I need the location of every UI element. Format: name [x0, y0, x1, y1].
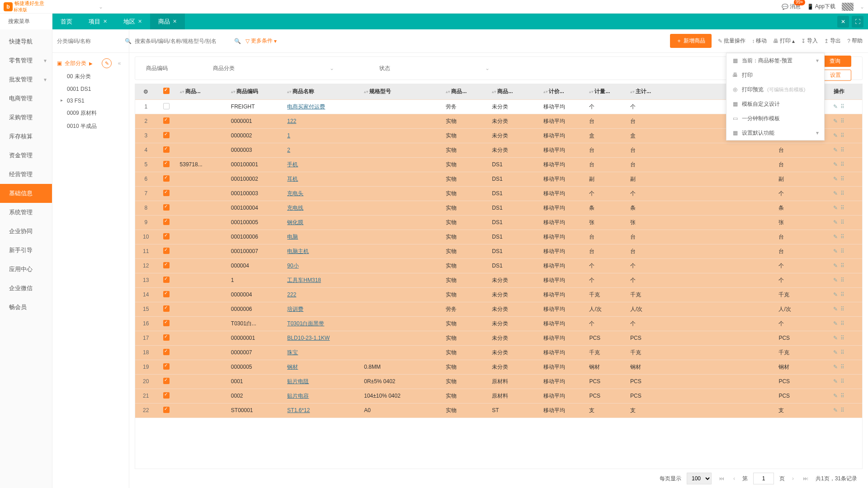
table-row[interactable]: 150000006培训费劳务未分类移动平均人/次人/次人/次✎⠿: [135, 302, 862, 316]
table-row[interactable]: 180000007珠宝实物未分类移动平均千克千克千克✎⠿: [135, 345, 862, 360]
row-checkbox[interactable]: [157, 186, 176, 201]
row-checkbox[interactable]: [157, 374, 176, 389]
cell-name[interactable]: 2: [283, 143, 360, 157]
more-icon[interactable]: ⠿: [840, 291, 844, 298]
cell-name[interactable]: 电商买家付运费: [283, 99, 360, 114]
more-icon[interactable]: ⠿: [840, 205, 844, 211]
print-menu-item[interactable]: ▭一分钟制作模板: [726, 111, 824, 126]
edit-icon[interactable]: ✎: [833, 248, 838, 254]
table-row[interactable]: 11000100007电脑主机实物DS1移动平均台台台✎⠿: [135, 244, 862, 258]
row-checkbox[interactable]: [157, 287, 176, 302]
edit-icon[interactable]: ✎: [833, 161, 838, 168]
row-checkbox[interactable]: [157, 360, 176, 374]
more-icon[interactable]: ⠿: [840, 263, 844, 269]
row-checkbox[interactable]: [157, 258, 176, 273]
edit-icon[interactable]: ✎: [833, 132, 838, 139]
batch-ops-link[interactable]: ✎批量操作: [718, 37, 745, 45]
tab-地区[interactable]: 地区✕: [115, 14, 150, 29]
more-icon[interactable]: ⠿: [840, 132, 844, 139]
pager-next-button[interactable]: ›: [790, 475, 796, 482]
col-type[interactable]: ▴▾商品...: [442, 84, 488, 99]
cell-name[interactable]: ST1.6*12: [283, 403, 360, 418]
tree-node[interactable]: 0009 原材料: [52, 107, 129, 120]
print-menu-item[interactable]: 🖶打印: [726, 68, 824, 82]
edit-icon[interactable]: ✎: [833, 205, 838, 211]
app-download-link[interactable]: 📱 App下载: [807, 3, 835, 10]
more-icon[interactable]: ⠿: [840, 234, 844, 240]
table-row[interactable]: 9000100005钢化膜实物DS1移动平均张张张✎⠿: [135, 215, 862, 230]
more-icon[interactable]: ⠿: [840, 219, 844, 225]
avatar[interactable]: [842, 3, 854, 11]
nav-畅会员[interactable]: 畅会员: [0, 298, 52, 317]
filter-category-select[interactable]: ⌄: [248, 65, 334, 72]
table-row[interactable]: 1200000490小实物DS1移动平均个个个✎⠿: [135, 258, 862, 273]
table-row[interactable]: 140000004222实物未分类移动平均千克千克千克✎⠿: [135, 287, 862, 302]
pager-last-button[interactable]: ⏭: [801, 475, 810, 482]
grid-search-input[interactable]: [135, 38, 230, 44]
row-checkbox[interactable]: [157, 273, 176, 287]
move-link[interactable]: ↕移动: [752, 37, 767, 45]
col-check-all[interactable]: [157, 84, 176, 99]
print-menu-item[interactable]: ▦模板自定义设计: [726, 97, 824, 111]
pager-page-input[interactable]: [753, 473, 774, 484]
nav-企业协同[interactable]: 企业协同: [0, 222, 52, 241]
edit-icon[interactable]: ✎: [833, 306, 838, 312]
more-icon[interactable]: ⠿: [840, 190, 844, 197]
cell-name[interactable]: 充电头: [283, 186, 360, 201]
edit-icon[interactable]: ✎: [833, 407, 838, 413]
tree-root-label[interactable]: 全部分类: [65, 60, 86, 67]
more-icon[interactable]: ⠿: [840, 320, 844, 327]
nav-零售管理[interactable]: 零售管理▼: [0, 51, 52, 70]
edit-icon[interactable]: ✎: [833, 291, 838, 298]
col-pricing[interactable]: ▴▾计价...: [540, 84, 586, 99]
cell-name[interactable]: 电脑主机: [283, 244, 360, 258]
tree-node[interactable]: 0001 DS1: [52, 83, 129, 95]
cell-name[interactable]: 电脑: [283, 230, 360, 244]
cell-name[interactable]: 培训费: [283, 302, 360, 316]
col-barcode[interactable]: ▴▾商品...: [176, 84, 227, 99]
table-row[interactable]: 1700000001BLD10-23-1.1KW实物未分类移动平均PCSPCSP…: [135, 331, 862, 345]
export-link[interactable]: ↥导出: [824, 37, 841, 45]
more-icon[interactable]: ⠿: [840, 306, 844, 312]
collapse-tree-button[interactable]: «: [114, 58, 124, 68]
cell-name[interactable]: 耳机: [283, 172, 360, 186]
nav-电商管理[interactable]: 电商管理: [0, 89, 52, 108]
help-link[interactable]: ?帮助: [847, 37, 863, 45]
row-checkbox[interactable]: [157, 389, 176, 403]
cell-name[interactable]: 贴片电容: [283, 389, 360, 403]
edit-icon[interactable]: ✎: [833, 335, 838, 341]
cell-name[interactable]: 珠宝: [283, 345, 360, 360]
cell-name[interactable]: 钢化膜: [283, 215, 360, 230]
cell-name[interactable]: 充电线: [283, 201, 360, 215]
add-product-button[interactable]: ＋ 新增商品: [670, 34, 712, 48]
more-icon[interactable]: ⠿: [840, 161, 844, 168]
close-icon[interactable]: ✕: [173, 19, 177, 24]
play-icon[interactable]: ▶: [89, 61, 93, 66]
edit-icon[interactable]: ✎: [833, 393, 838, 399]
cell-name[interactable]: 贴片电阻: [283, 374, 360, 389]
product-table[interactable]: ⚙▴▾商品...▴▾商品编码▴▾商品名称▴▾规格型号▴▾商品...▴▾商品...…: [135, 84, 863, 469]
cell-name[interactable]: 122: [283, 114, 360, 128]
pager-first-button[interactable]: ⏮: [717, 475, 726, 482]
row-checkbox[interactable]: [157, 316, 176, 331]
row-checkbox[interactable]: [157, 143, 176, 157]
table-row[interactable]: 7000100003充电头实物DS1移动平均个个个✎⠿: [135, 186, 862, 201]
nav-资金管理[interactable]: 资金管理: [0, 146, 52, 165]
tab-首页[interactable]: 首页: [52, 14, 80, 29]
print-menu-item[interactable]: ▦设置默认功能▾: [726, 126, 824, 140]
menu-search[interactable]: 搜索菜单: [0, 14, 52, 29]
edit-icon[interactable]: ✎: [833, 378, 838, 385]
edit-icon[interactable]: ✎: [833, 320, 838, 327]
col-unit1[interactable]: ▴▾计量...: [585, 84, 627, 99]
close-icon[interactable]: ✕: [138, 19, 142, 24]
cell-name[interactable]: 手机: [283, 157, 360, 172]
row-checkbox[interactable]: [157, 244, 176, 258]
cell-name[interactable]: BLD10-23-1.1KW: [283, 331, 360, 345]
close-icon[interactable]: ✕: [103, 19, 107, 24]
row-checkbox[interactable]: [157, 331, 176, 345]
fullscreen-button[interactable]: ⛶: [852, 16, 863, 28]
logo[interactable]: b 畅捷通好生意 标准版: [4, 0, 44, 13]
filter-status-select[interactable]: ⌄: [404, 65, 490, 72]
more-icon[interactable]: ⠿: [840, 248, 844, 254]
cell-name[interactable]: 222: [283, 287, 360, 302]
